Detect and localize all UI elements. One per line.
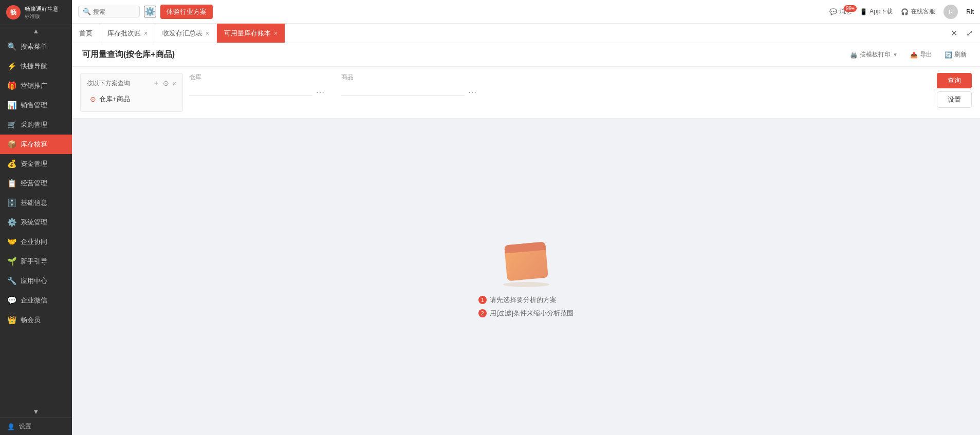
tip-text-1: 请先选择要分析的方案 [490,295,557,305]
tab-expand-btn[interactable]: ⤢ [963,27,976,40]
scheme-collapse-icon[interactable]: « [172,79,176,87]
sidebar-item-marketing[interactable]: 🎁 营销推广 [0,76,72,96]
tab-home[interactable]: 首页 [72,24,100,43]
tip-text-2: 用[过滤]条件来缩小分析范围 [490,309,574,318]
sidebar-item-inventory[interactable]: 📦 库存核算 [0,135,72,154]
goods-input[interactable] [341,84,465,96]
sidebar-icon-basic: 🗄️ [7,198,16,207]
sidebar-icon-newbie: 🌱 [7,257,16,266]
sidebar-label-basic: 基础信息 [21,198,47,207]
user-icon: 👤 [7,423,15,430]
tab-close-all-btn[interactable]: ✕ [947,27,960,40]
sidebar-item-wechat[interactable]: 💬 企业微信 [0,291,72,310]
sidebar-icon-appstore: 🔧 [7,276,16,286]
sidebar-label-system: 系统管理 [21,218,47,227]
scheme-item-label: 仓库+商品 [99,94,130,104]
sidebar-icon-nav: ⚡ [7,62,16,71]
sidebar-item-enterprise[interactable]: 🤝 企业协同 [0,232,72,252]
warehouse-input-row: … [189,84,333,96]
scheme-settings-icon[interactable]: ⊙ [163,79,169,87]
tab-available[interactable]: 可用量库存账本 × [217,24,285,43]
empty-state: 1 请先选择要分析的方案 2 用[过滤]条件来缩小分析范围 [72,119,980,435]
tab-summary-close[interactable]: × [206,30,209,37]
scheme-header-label: 按以下方案查询 [87,79,130,88]
scheme-item-icon: ⊙ [90,95,96,103]
username[interactable]: Rit [966,8,974,15]
sidebar-scroll-down[interactable]: ▼ [0,406,72,418]
sidebar-icon-wechat: 💬 [7,296,16,305]
tabs-bar: 首页 库存批次账 × 收发存汇总表 × 可用量库存账本 × ✕ ⤢ [72,24,980,43]
message-badge: 99+ [844,5,857,12]
topbar-search-box[interactable]: 🔍 [78,6,140,17]
sidebar-item-basic[interactable]: 🗄️ 基础信息 [0,193,72,213]
goods-input-row: … [341,84,485,96]
tab-summary-label: 收发存汇总表 [162,29,202,38]
warehouse-input[interactable] [189,84,312,96]
sidebar-label-member: 畅会员 [21,315,41,325]
sidebar-item-operation[interactable]: 📋 经营管理 [0,174,72,193]
settings-btn[interactable]: 设置 [937,91,972,108]
message-btn[interactable]: 💬 消息 99+ [829,7,852,16]
app-logo-icon: 畅 [6,5,21,20]
tab-available-close[interactable]: × [274,30,278,37]
sidebar-icon-inventory: 📦 [7,140,16,149]
gear-icon[interactable]: ⚙️ [144,6,156,17]
sidebar-label-enterprise: 企业协同 [21,237,47,247]
avatar[interactable]: R [944,5,958,19]
refresh-btn[interactable]: 🔄 刷新 [941,48,970,61]
sidebar-item-purchase[interactable]: 🛒 采购管理 [0,115,72,135]
sidebar-icon-enterprise: 🤝 [7,237,16,247]
tip-num-2: 2 [478,309,487,317]
export-icon: 📤 [910,51,918,59]
print-dropdown-icon[interactable]: ▼ [893,52,898,58]
sidebar-icon-marketing: 🎁 [7,81,16,90]
print-btn[interactable]: 🖨️ 按模板打印 ▼ [847,48,901,61]
tab-home-label: 首页 [79,29,93,38]
page-content: 可用量查询(按仓库+商品) 🖨️ 按模板打印 ▼ 📤 导出 🔄 刷新 [72,43,980,435]
topbar: 🔍 ⚙️ 体验行业方案 💬 消息 99+ 📱 App下载 🎧 在线客服 R Ri… [72,0,980,24]
refresh-icon: 🔄 [945,51,952,59]
scheme-item-warehouse-goods[interactable]: ⊙ 仓库+商品 [87,92,176,106]
main-area: 🔍 ⚙️ 体验行业方案 💬 消息 99+ 📱 App下载 🎧 在线客服 R Ri… [72,0,980,435]
warehouse-more-icon[interactable]: … [315,85,326,96]
filter-area: 按以下方案查询 ＋ ⊙ « ⊙ 仓库+商品 仓库 [72,67,980,119]
search-icon: 🔍 [83,8,91,15]
scheme-panel: 按以下方案查询 ＋ ⊙ « ⊙ 仓库+商品 [80,73,183,112]
goods-more-icon[interactable]: … [467,85,478,96]
tab-batch[interactable]: 库存批次账 × [100,24,155,43]
sidebar-icon-member: 👑 [7,315,16,325]
export-btn[interactable]: 📤 导出 [907,48,935,61]
online-service-btn[interactable]: 🎧 在线客服 [901,7,935,16]
page-title: 可用量查询(按仓库+商品) [82,49,175,60]
query-btn[interactable]: 查询 [937,73,972,88]
tab-batch-close[interactable]: × [144,30,147,37]
empty-illustration [501,236,552,287]
sidebar-label-search: 搜索菜单 [21,42,47,51]
trial-btn[interactable]: 体验行业方案 [160,5,213,19]
phone-icon: 📱 [860,8,867,15]
search-input[interactable] [93,8,134,15]
tab-summary[interactable]: 收发存汇总表 × [155,24,217,43]
sidebar-item-nav[interactable]: ⚡ 快捷导航 [0,56,72,76]
sidebar-header: 畅 畅康通好生意 标准版 [0,0,72,25]
sidebar-item-newbie[interactable]: 🌱 新手引导 [0,252,72,271]
sidebar-user[interactable]: 👤 设置 [0,418,72,435]
sidebar-item-finance[interactable]: 💰 资金管理 [0,154,72,174]
sidebar-scroll-up[interactable]: ▲ [0,25,72,37]
sidebar-label-nav: 快捷导航 [21,62,47,71]
filter-action-btns: 查询 设置 [937,73,972,108]
scheme-add-icon[interactable]: ＋ [153,79,160,88]
sidebar-icon-operation: 📋 [7,179,16,188]
sidebar-item-system[interactable]: ⚙️ 系统管理 [0,213,72,232]
sidebar-item-sales[interactable]: 📊 销售管理 [0,96,72,115]
tab-batch-label: 库存批次账 [107,29,141,38]
scheme-header: 按以下方案查询 ＋ ⊙ « [87,79,176,88]
sidebar-icon-sales: 📊 [7,101,16,110]
sidebar-item-member[interactable]: 👑 畅会员 [0,310,72,330]
sidebar-item-appstore[interactable]: 🔧 应用中心 [0,271,72,291]
sidebar-label-operation: 经营管理 [21,179,47,188]
app-download-btn[interactable]: 📱 App下载 [860,7,893,16]
sidebar-item-search[interactable]: 🔍 搜索菜单 [0,37,72,56]
tab-available-label: 可用量库存账本 [224,29,271,38]
headset-icon: 🎧 [901,8,909,15]
